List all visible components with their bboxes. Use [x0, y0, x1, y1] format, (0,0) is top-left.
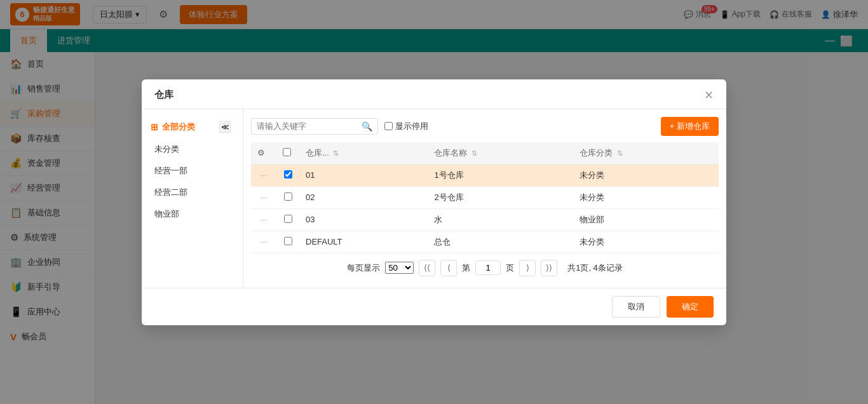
category-all-label: 全部分类	[162, 121, 195, 133]
row-checkbox[interactable]	[276, 231, 299, 253]
row-dots[interactable]: ···	[251, 186, 276, 208]
table-container: ⚙ 仓库... ⇅ 仓库名称 ⇅	[251, 142, 719, 253]
show-disabled-checkbox[interactable]	[384, 122, 393, 130]
row-category: 物业部	[573, 208, 719, 231]
sort-icon-category: ⇅	[617, 149, 623, 157]
row-checkbox[interactable]	[276, 186, 299, 208]
modal-header: 仓库 ✕	[142, 79, 726, 109]
table-toolbar: 🔍 显示停用 + 新增仓库	[251, 117, 719, 136]
row-name: 水	[428, 208, 573, 231]
table-panel: 🔍 显示停用 + 新增仓库 ⚙	[243, 109, 726, 288]
col-header-code: 仓库... ⇅	[299, 142, 428, 165]
modal-footer: 取消 确定	[142, 288, 726, 325]
row-category: 未分类	[573, 231, 719, 253]
row-name: 2号仓库	[428, 186, 573, 208]
modal-close-button[interactable]: ✕	[704, 88, 714, 102]
pagination: 每页显示 50 10 20 100 ⟨⟨ ⟨ 第 页 ⟩ ⟩⟩ 共1页, 4条记…	[251, 253, 719, 280]
grid-icon: ⊞	[151, 122, 158, 132]
collapse-button[interactable]: ≪	[219, 121, 231, 133]
row-dots[interactable]: ···	[251, 164, 276, 186]
modal-overlay: 仓库 ✕ ⊞ 全部分类 ≪ 未分类 经营一部 经营二部	[0, 0, 868, 404]
category-item-dept1[interactable]: 经营一部	[142, 160, 243, 182]
col-header-category: 仓库分类 ⇅	[573, 142, 719, 165]
sort-icon-name: ⇅	[471, 149, 477, 157]
add-warehouse-button[interactable]: + 新增仓库	[661, 117, 719, 136]
row-name: 1号仓库	[428, 164, 573, 186]
per-page-label: 每页显示	[347, 262, 380, 274]
prev-page-button[interactable]: ⟨	[440, 260, 457, 276]
row-code: DEFAULT	[299, 231, 428, 253]
warehouse-modal: 仓库 ✕ ⊞ 全部分类 ≪ 未分类 经营一部 经营二部	[142, 79, 726, 325]
table-row[interactable]: ··· 01 1号仓库 未分类	[251, 164, 719, 186]
sort-icon-code: ⇅	[333, 149, 339, 157]
row-category: 未分类	[573, 186, 719, 208]
table-row[interactable]: ··· 03 水 物业部	[251, 208, 719, 231]
col-header-check	[276, 142, 299, 165]
page-suffix: 页	[506, 262, 514, 274]
page-label: 第	[462, 262, 470, 274]
search-input[interactable]	[257, 121, 359, 131]
table-row[interactable]: ··· DEFAULT 总仓 未分类	[251, 231, 719, 253]
total-info: 共1页, 4条记录	[567, 262, 623, 274]
category-item-dept2[interactable]: 经营二部	[142, 182, 243, 203]
first-page-button[interactable]: ⟨⟨	[419, 260, 435, 276]
row-category: 未分类	[573, 164, 719, 186]
row-code: 03	[299, 208, 428, 231]
category-panel: ⊞ 全部分类 ≪ 未分类 经营一部 经营二部 物业部	[142, 109, 243, 288]
last-page-button[interactable]: ⟩⟩	[541, 260, 557, 276]
cancel-button[interactable]: 取消	[612, 296, 660, 318]
table-row[interactable]: ··· 02 2号仓库 未分类	[251, 186, 719, 208]
category-item-unclassified[interactable]: 未分类	[142, 138, 243, 160]
category-all[interactable]: ⊞ 全部分类 ≪	[142, 116, 243, 138]
warehouse-table: ⚙ 仓库... ⇅ 仓库名称 ⇅	[251, 142, 719, 253]
modal-body: ⊞ 全部分类 ≪ 未分类 经营一部 经营二部 物业部	[142, 109, 726, 288]
row-checkbox[interactable]	[276, 208, 299, 231]
per-page-select[interactable]: 50 10 20 100	[385, 262, 414, 274]
confirm-button[interactable]: 确定	[667, 296, 714, 318]
search-box: 🔍	[251, 118, 378, 135]
search-icon[interactable]: 🔍	[362, 121, 372, 131]
category-item-property[interactable]: 物业部	[142, 203, 243, 225]
next-page-button[interactable]: ⟩	[519, 260, 536, 276]
page-input[interactable]	[475, 260, 501, 275]
row-checkbox[interactable]	[276, 164, 299, 186]
row-dots[interactable]: ···	[251, 231, 276, 253]
row-code: 02	[299, 186, 428, 208]
modal-title: 仓库	[154, 89, 173, 101]
row-name: 总仓	[428, 231, 573, 253]
col-header-gear: ⚙	[251, 142, 276, 165]
row-code: 01	[299, 164, 428, 186]
row-dots[interactable]: ···	[251, 208, 276, 231]
show-disabled-label[interactable]: 显示停用	[384, 121, 428, 132]
col-header-name: 仓库名称 ⇅	[428, 142, 573, 165]
select-all-checkbox[interactable]	[283, 148, 291, 156]
